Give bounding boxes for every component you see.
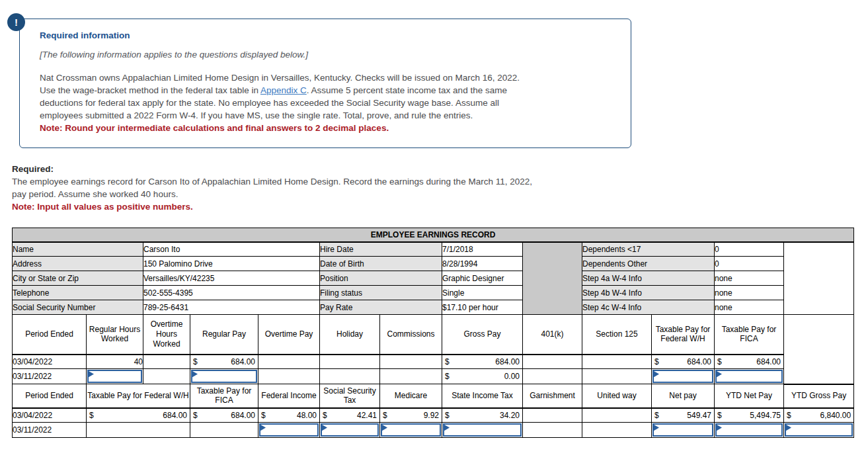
numeric-value-cell: 40 <box>87 355 143 369</box>
required-label: Required: <box>12 163 868 175</box>
period-date-cell: 03/04/2022 <box>13 355 87 369</box>
amount-value: 0.00 <box>504 372 520 381</box>
column-header: State Income Tax <box>442 384 523 408</box>
currency-symbol: $ <box>261 411 266 420</box>
input-box[interactable] <box>259 423 319 437</box>
column-header: Period Ended <box>13 384 87 408</box>
empty-cell <box>190 423 258 438</box>
amount-cell: $684.00 <box>652 355 715 369</box>
input-box[interactable] <box>652 423 713 437</box>
field-label: Step 4a W-4 Info <box>582 271 715 286</box>
column-header: United way <box>582 384 652 408</box>
input-box[interactable] <box>443 423 522 437</box>
empty-cell <box>582 408 652 423</box>
field-value: none <box>715 300 784 315</box>
amount-value: 6,840.00 <box>820 411 851 420</box>
column-header: Social Security Tax <box>320 384 380 408</box>
paragraph-line: Use the wage-bracket method in the feder… <box>40 84 611 97</box>
period-date-cell: 03/04/2022 <box>13 408 87 423</box>
input-flag-icon <box>89 371 94 378</box>
amount-value: 684.00 <box>756 357 781 366</box>
paragraph-line: Nat Crossman owns Appalachian Limited Ho… <box>40 71 611 84</box>
input-box[interactable] <box>715 423 783 437</box>
column-header: Regular Hours Worked <box>87 315 143 355</box>
amount-value: 5,494.75 <box>750 411 781 420</box>
column-header: Garnishment <box>523 384 582 408</box>
column-header: YTD Gross Pay <box>784 384 854 408</box>
amount-cell: $42.41 <box>320 408 380 423</box>
field-label: Date of Birth <box>320 257 442 271</box>
input-flag-icon <box>654 425 659 432</box>
amount-value: 684.00 <box>687 357 711 366</box>
input-cell[interactable] <box>87 369 143 384</box>
column-header: Net pay <box>652 384 715 408</box>
empty-cell <box>523 423 582 438</box>
table-row: 03/11/2022$0.00 <box>13 369 854 384</box>
empty-cell <box>582 355 652 369</box>
table-row: 03/11/2022 <box>13 423 854 438</box>
empty-cell <box>320 355 380 369</box>
empty-cell <box>258 355 320 369</box>
paragraph-text: . Assume 5 percent state income tax and … <box>307 85 507 95</box>
input-box[interactable] <box>652 370 713 383</box>
currency-symbol: $ <box>193 357 198 366</box>
input-cell[interactable] <box>380 423 442 438</box>
input-cell[interactable] <box>652 369 715 384</box>
amount-value: 42.41 <box>357 411 377 420</box>
input-cell[interactable] <box>320 423 380 438</box>
input-box[interactable] <box>785 423 853 437</box>
empty-cell <box>523 369 582 384</box>
alert-icon: ! <box>7 13 25 31</box>
empty-cell <box>87 423 190 438</box>
field-label: Dependents <17 <box>582 242 715 257</box>
table-row: Period EndedRegular Hours WorkedOvertime… <box>13 315 854 355</box>
paragraph-line: employees submitted a 2022 Form W-4. If … <box>40 109 611 122</box>
amount-cell: $6,840.00 <box>784 408 854 423</box>
input-cell[interactable] <box>715 423 784 438</box>
amount-value: 9.92 <box>424 411 439 420</box>
column-header: Federal Income <box>258 384 320 408</box>
amount-cell: $0.00 <box>442 369 523 384</box>
input-box[interactable] <box>191 370 257 383</box>
amount-value: 684.00 <box>495 357 520 366</box>
appendix-link[interactable]: Appendix C <box>260 85 307 95</box>
amount-cell: $684.00 <box>715 355 784 369</box>
input-flag-icon <box>382 425 387 432</box>
column-header: Section 125 <box>582 315 652 355</box>
amount-cell: $684.00 <box>190 355 258 369</box>
empty-cell <box>784 315 854 384</box>
field-value: 0 <box>715 257 784 271</box>
input-box[interactable] <box>321 423 379 437</box>
note-text: Note: Input all values as positive numbe… <box>12 200 868 213</box>
input-cell[interactable] <box>784 423 854 438</box>
input-box[interactable] <box>381 423 441 437</box>
currency-symbol: $ <box>654 411 659 420</box>
amount-value: 549.47 <box>687 411 711 420</box>
input-cell[interactable] <box>442 423 523 438</box>
column-header: Gross Pay <box>442 315 523 355</box>
table-row: Telephone502-555-4395Filing statusSingle… <box>13 286 854 300</box>
input-box[interactable] <box>87 370 142 383</box>
paragraph-text: Use the wage-bracket method in the feder… <box>40 85 260 95</box>
column-header: Holiday <box>320 315 380 355</box>
column-header: 401(k) <box>523 315 582 355</box>
field-label: Dependents Other <box>582 257 715 271</box>
amount-cell: $684.00 <box>87 408 190 423</box>
required-information-panel: ! Required information [The following in… <box>19 19 631 148</box>
field-value: none <box>715 271 784 286</box>
note-text: Note: Round your intermediate calculatio… <box>40 122 611 134</box>
currency-symbol: $ <box>717 411 722 420</box>
input-cell[interactable] <box>258 423 320 438</box>
required-line: pay period. Assume she worked 40 hours. <box>12 188 868 200</box>
currency-symbol: $ <box>445 372 450 381</box>
column-header: Regular Pay <box>190 315 258 355</box>
input-box[interactable] <box>715 370 783 383</box>
input-cell[interactable] <box>652 423 715 438</box>
field-label: Social Security Number <box>13 300 143 315</box>
column-header: Overtime Hours Worked <box>143 315 190 355</box>
period-date-cell: 03/11/2022 <box>13 423 87 438</box>
table-row: City or State or ZipVersailles/KY/42235P… <box>13 271 854 286</box>
input-cell[interactable] <box>190 369 258 384</box>
input-flag-icon <box>717 425 722 432</box>
input-cell[interactable] <box>715 369 784 384</box>
